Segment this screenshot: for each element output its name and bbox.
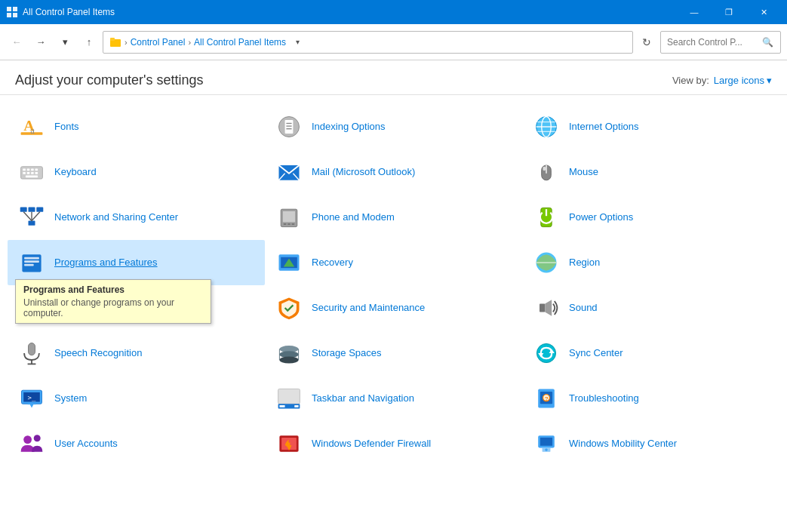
refresh-button[interactable]: ↻ bbox=[636, 32, 657, 53]
item-network-sharing[interactable]: Network and Sharing Center bbox=[8, 195, 265, 240]
mail-icon bbox=[274, 157, 304, 187]
search-input[interactable] bbox=[667, 37, 758, 48]
item-label-region: Region bbox=[569, 257, 600, 269]
svg-rect-38 bbox=[29, 221, 35, 226]
network-icon bbox=[17, 202, 47, 232]
item-label-system: System bbox=[54, 392, 87, 405]
item-label-storage-spaces: Storage Spaces bbox=[312, 347, 382, 360]
svg-rect-2 bbox=[7, 13, 11, 17]
item-label-speech-recognition: Speech Recognition bbox=[54, 347, 142, 360]
item-mail[interactable]: Mail (Microsoft Outlook) bbox=[265, 149, 522, 195]
item-label-taskbar-navigation: Taskbar and Navigation bbox=[312, 392, 414, 405]
up-button[interactable]: ↑ bbox=[78, 32, 100, 53]
svg-rect-28 bbox=[26, 176, 38, 178]
system-icon: >_ bbox=[17, 383, 47, 414]
item-sync-center[interactable]: Sync Center bbox=[522, 331, 779, 376]
item-recovery[interactable]: Recovery bbox=[265, 240, 522, 285]
speech-icon bbox=[17, 338, 47, 368]
recovery-icon bbox=[274, 248, 304, 278]
item-region[interactable]: Region bbox=[522, 240, 779, 285]
item-label-troubleshooting: Troubleshooting bbox=[569, 392, 639, 405]
svg-rect-83 bbox=[294, 405, 298, 407]
item-label-fonts: Fonts bbox=[54, 121, 79, 134]
search-box[interactable]: 🔍 bbox=[660, 31, 781, 54]
view-by-value[interactable]: Large icons ▾ bbox=[714, 75, 772, 86]
item-fonts[interactable]: AaFonts bbox=[8, 104, 265, 149]
item-security-maintenance[interactable]: Security and Maintenance bbox=[265, 285, 522, 331]
svg-rect-1 bbox=[13, 7, 17, 11]
page-title: Adjust your computer's settings bbox=[15, 72, 672, 88]
svg-rect-44 bbox=[284, 223, 287, 225]
item-windows-defender[interactable]: Windows Defender Firewall bbox=[265, 421, 522, 466]
internet-icon bbox=[531, 112, 561, 142]
item-programs-features[interactable]: Programs and FeaturesPrograms and Featur… bbox=[8, 240, 265, 285]
view-bar: Adjust your computer's settings View by:… bbox=[0, 60, 787, 95]
item-label-phone-modem: Phone and Modem bbox=[312, 211, 395, 224]
item-taskbar-navigation[interactable]: Taskbar and Navigation bbox=[265, 376, 522, 421]
svg-rect-3 bbox=[13, 13, 17, 17]
item-speech-recognition[interactable]: Speech Recognition bbox=[8, 331, 265, 376]
item-label-recovery: Recovery bbox=[312, 257, 353, 269]
svg-rect-45 bbox=[287, 223, 291, 225]
address-bar: ← → ▾ ↑ › Control Panel › All Control Pa… bbox=[0, 24, 787, 60]
svg-text:a: a bbox=[30, 125, 35, 136]
item-label-sound: Sound bbox=[569, 302, 598, 315]
svg-rect-24 bbox=[23, 172, 26, 174]
svg-rect-26 bbox=[31, 172, 34, 174]
close-button[interactable]: ✕ bbox=[746, 0, 781, 24]
item-power-options[interactable]: Power Options bbox=[522, 195, 779, 240]
keyboard-icon bbox=[17, 157, 47, 187]
svg-rect-27 bbox=[35, 172, 38, 174]
firewall-icon bbox=[274, 429, 304, 459]
svg-text:>_: >_ bbox=[28, 394, 36, 401]
tooltip: Programs and FeaturesUninstall or change… bbox=[15, 279, 211, 324]
item-keyboard[interactable]: Keyboard bbox=[8, 149, 265, 195]
item-storage-spaces[interactable]: Storage Spaces bbox=[265, 331, 522, 376]
search-icon[interactable]: 🔍 bbox=[761, 35, 774, 50]
programs-icon bbox=[17, 248, 47, 278]
svg-rect-80 bbox=[278, 389, 300, 404]
item-label-programs-features: Programs and Features bbox=[54, 257, 158, 269]
item-user-accounts[interactable]: User Accounts bbox=[8, 421, 265, 466]
minimize-button[interactable]: — bbox=[677, 0, 712, 24]
item-phone-modem[interactable]: Phone and Modem bbox=[265, 195, 522, 240]
svg-point-89 bbox=[34, 435, 41, 441]
address-dropdown-button[interactable]: ▾ bbox=[289, 32, 306, 53]
item-label-power-options: Power Options bbox=[569, 211, 633, 224]
svg-rect-51 bbox=[24, 260, 39, 263]
address-field[interactable]: › Control Panel › All Control Panel Item… bbox=[103, 31, 633, 54]
svg-rect-20 bbox=[23, 169, 26, 171]
sync-icon bbox=[531, 338, 561, 368]
item-label-keyboard: Keyboard bbox=[54, 166, 97, 179]
svg-rect-49 bbox=[22, 254, 41, 272]
item-label-windows-mobility: Windows Mobility Center bbox=[569, 438, 677, 451]
title-bar: All Control Panel Items — ❐ ✕ bbox=[0, 0, 787, 24]
item-mouse[interactable]: Mouse bbox=[522, 149, 779, 195]
maximize-button[interactable]: ❐ bbox=[712, 0, 746, 24]
item-troubleshooting[interactable]: ?Troubleshooting bbox=[522, 376, 779, 421]
item-windows-mobility[interactable]: Windows Mobility Center bbox=[522, 421, 779, 466]
svg-rect-22 bbox=[31, 169, 34, 171]
item-sound[interactable]: Sound bbox=[522, 285, 779, 331]
view-by-label: View by: bbox=[672, 75, 709, 86]
item-internet-options[interactable]: Internet Options bbox=[522, 104, 779, 149]
svg-point-88 bbox=[23, 435, 32, 444]
recent-button[interactable]: ▾ bbox=[54, 32, 75, 53]
item-label-windows-defender: Windows Defender Firewall bbox=[312, 438, 431, 451]
item-system[interactable]: >_System bbox=[8, 376, 265, 421]
sound-icon bbox=[531, 293, 561, 323]
back-button[interactable]: ← bbox=[6, 32, 27, 53]
breadcrumb-control-panel: Control Panel bbox=[131, 37, 186, 48]
item-indexing-options[interactable]: Indexing Options bbox=[265, 104, 522, 149]
window-title: All Control Panel Items bbox=[23, 7, 677, 17]
item-label-user-accounts: User Accounts bbox=[54, 438, 118, 451]
svg-text:?: ? bbox=[545, 395, 549, 402]
item-label-sync-center: Sync Center bbox=[569, 347, 623, 360]
svg-rect-25 bbox=[27, 172, 30, 174]
item-label-security-maintenance: Security and Maintenance bbox=[312, 302, 425, 315]
forward-button[interactable]: → bbox=[30, 32, 51, 53]
view-by-control: View by: Large icons ▾ bbox=[672, 75, 772, 86]
mobility-icon bbox=[531, 429, 561, 459]
svg-rect-43 bbox=[283, 211, 295, 222]
item-label-internet-options: Internet Options bbox=[569, 121, 639, 134]
